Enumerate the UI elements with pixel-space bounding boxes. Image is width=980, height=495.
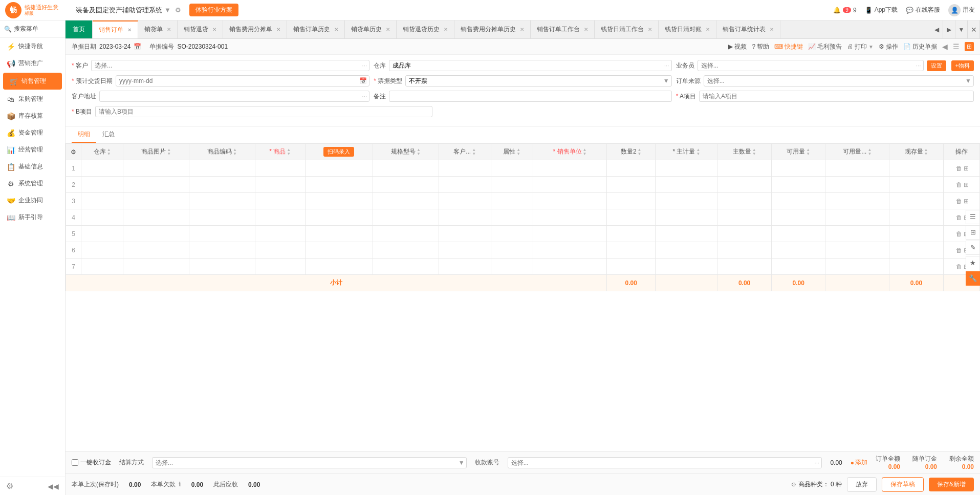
tab-goods-history[interactable]: 销货单历史 ✕ (345, 20, 397, 39)
th-main-qty[interactable]: 主数量▲▼ (717, 144, 772, 160)
tab-order-stats[interactable]: 销售订单统计表 ✕ (716, 20, 780, 39)
b-project-input-field[interactable] (96, 106, 432, 117)
user-avatar[interactable]: 👤 用友 (948, 4, 975, 16)
print-btn[interactable]: 🖨 打印 ▼ (847, 42, 874, 51)
salesman-input[interactable]: ··· (698, 60, 924, 71)
pay-method-dropdown[interactable]: ▼ (457, 459, 466, 466)
tab-close-stats[interactable]: ✕ (770, 27, 774, 32)
row-copy-3[interactable]: ⊞ (964, 198, 969, 205)
row-copy-1[interactable]: ⊞ (964, 165, 969, 172)
table-tab-summary[interactable]: 汇总 (96, 127, 121, 143)
th-product-code[interactable]: 商品编码▲▼ (189, 144, 255, 160)
invoice-type-select[interactable]: ▼ (405, 75, 671, 87)
quick-order-checkbox[interactable]: 一键收订金 (72, 458, 111, 467)
scan-button[interactable]: 扫码录入 (323, 147, 354, 157)
tab-close-workbench[interactable]: ✕ (584, 27, 588, 32)
sidebar-item-guide[interactable]: 📖 新手引导 (0, 209, 65, 226)
calendar-icon[interactable]: 📅 (134, 43, 141, 50)
th-qty2[interactable]: 数量2▲▼ (607, 144, 656, 160)
table-tab-detail[interactable]: 明细 (72, 127, 96, 143)
address-input[interactable]: ··· (99, 91, 369, 102)
th-customer-attr[interactable]: 客户...▲▼ (439, 144, 491, 160)
tab-home[interactable]: 首页 (66, 20, 93, 39)
th-settings[interactable]: ⚙ (66, 144, 81, 160)
tab-close-expense-history[interactable]: ✕ (520, 27, 524, 32)
row-delete-1[interactable]: 🗑 (956, 165, 962, 172)
settings-button[interactable]: 设置 (927, 60, 946, 71)
tab-sales-expense[interactable]: 销售费用分摊单 ✕ (223, 20, 287, 39)
tab-order-history[interactable]: 销售订单历史 ✕ (287, 20, 345, 39)
sidebar-item-quicknav[interactable]: ⚡ 快捷导航 (0, 38, 65, 55)
address-dots[interactable]: ··· (360, 93, 369, 100)
salesman-input-field[interactable] (698, 60, 914, 71)
tab-next-btn[interactable]: ▶ (943, 20, 955, 39)
remark-input-field[interactable] (389, 91, 671, 101)
order-source-input-field[interactable] (704, 76, 963, 86)
right-panel-btn-3[interactable]: ✎ (966, 241, 980, 255)
sidebar-item-sales[interactable]: 🛒 销售管理 (3, 73, 62, 90)
tab-order-workbench[interactable]: 销售订单工作台 ✕ (531, 20, 595, 39)
order-source-dropdown[interactable]: ▼ (963, 77, 973, 84)
th-main-unit[interactable]: * 主计量▲▼ (656, 144, 717, 160)
row-delete-6[interactable]: 🗑 (956, 247, 962, 254)
salesman-dots[interactable]: ··· (914, 62, 923, 69)
sidebar-item-inventory[interactable]: 📦 库存核算 (0, 107, 65, 124)
add-item-button[interactable]: +物料 (951, 60, 974, 71)
warehouse-dots[interactable]: ··· (662, 62, 671, 69)
tab-expand-btn[interactable]: ▼ (955, 20, 968, 39)
th-avail-qty[interactable]: 可用量▲▼ (771, 144, 825, 160)
address-input-field[interactable] (100, 91, 360, 101)
tab-close-reconcile[interactable]: ✕ (706, 27, 710, 32)
dropdown-icon[interactable]: ▼ (164, 6, 171, 14)
discard-button[interactable]: 放弃 (847, 477, 877, 492)
customer-input-field[interactable] (92, 60, 360, 71)
online-service-link[interactable]: 💬 在线客服 (906, 6, 940, 14)
th-warehouse[interactable]: 仓库▲▼ (81, 144, 123, 160)
settings-icon[interactable]: ⚙ (175, 6, 181, 14)
receipt-dots[interactable]: ··· (812, 459, 821, 466)
remark-input[interactable] (389, 91, 671, 102)
tab-return-history[interactable]: 销货退货历史 ✕ (397, 20, 454, 39)
sidebar-item-corp[interactable]: 🤝 企业协同 (0, 192, 65, 209)
a-project-input-field[interactable] (700, 91, 973, 101)
th-product-img[interactable]: 商品图片▲▼ (123, 144, 189, 160)
th-avail-qty2[interactable]: 可用量...▲▼ (825, 144, 889, 160)
sidebar-item-system[interactable]: ⚙ 系统管理 (0, 175, 65, 192)
row-delete-2[interactable]: 🗑 (956, 181, 962, 188)
sidebar-item-operation[interactable]: 📊 经营管理 (0, 141, 65, 158)
th-spec[interactable]: 规格型号▲▼ (373, 144, 439, 160)
invoice-dropdown-icon[interactable]: ▼ (661, 77, 671, 84)
add-payment-btn[interactable]: ● 添加 (851, 458, 867, 467)
view-btn[interactable]: ▶ 视频 (728, 42, 747, 51)
b-project-input[interactable] (95, 106, 432, 117)
customer-input[interactable]: ··· (91, 60, 369, 71)
sidebar-collapse-icon[interactable]: ◀◀ (48, 482, 59, 490)
warehouse-input[interactable]: ··· (389, 60, 671, 71)
th-attr[interactable]: 属性▲▼ (491, 144, 533, 160)
shortcut-btn[interactable]: ⌨ 快捷键 (774, 42, 803, 51)
tab-daily-reconcile[interactable]: 钱货日清对账 ✕ (659, 20, 716, 39)
a-project-input[interactable] (699, 91, 974, 102)
tab-close-sales-goods[interactable]: ✕ (167, 27, 171, 32)
operation-btn[interactable]: ⚙ 操作 (879, 42, 898, 51)
tab-close-daily-clear[interactable]: ✕ (648, 27, 652, 32)
customer-dots[interactable]: ··· (360, 62, 369, 69)
debt-info-icon[interactable]: ℹ (179, 481, 181, 488)
quick-order-check[interactable] (72, 459, 78, 466)
row-delete-5[interactable]: 🗑 (956, 230, 962, 238)
help-btn[interactable]: ? 帮助 (752, 42, 769, 51)
tab-prev-btn[interactable]: ◀ (931, 20, 943, 39)
right-panel-btn-2[interactable]: ⊞ (966, 225, 980, 240)
solution-button[interactable]: 体验行业方案 (189, 4, 238, 16)
notification-bell[interactable]: 🔔 9 9 (833, 7, 857, 14)
right-panel-btn-4[interactable]: ★ (966, 256, 980, 270)
tab-sales-goods[interactable]: 销货单 ✕ (138, 20, 178, 39)
table-container[interactable]: ⚙ 仓库▲▼ 商品图片▲▼ 商品编码▲▼ * 商品▲▼ 扫码录入 规格型号▲▼ … (66, 143, 980, 451)
tab-close-expense[interactable]: ✕ (276, 27, 280, 32)
right-panel-btn-1[interactable]: ☰ (966, 210, 980, 224)
row-copy-2[interactable]: ⊞ (964, 181, 969, 188)
delivery-date-input[interactable]: 📅 (116, 75, 369, 87)
form-view-toggle[interactable]: ◀ (942, 42, 948, 51)
tab-close-sales-order[interactable]: ✕ (127, 27, 132, 33)
tab-close-return-history[interactable]: ✕ (444, 27, 448, 32)
